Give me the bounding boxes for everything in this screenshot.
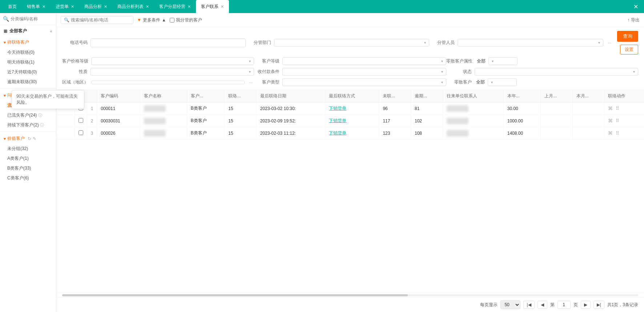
- action-more-icon-2[interactable]: ⠿: [616, 130, 619, 136]
- horizontal-scrollbar[interactable]: [56, 293, 644, 297]
- sidebar-search-input[interactable]: [11, 16, 56, 21]
- sidebar-collapse-btn[interactable]: «: [50, 29, 52, 34]
- person-more-btn[interactable]: ···: [606, 40, 613, 45]
- prev-page-btn[interactable]: ◀: [538, 301, 547, 309]
- filter-customer-type-label: 客户类型: [254, 79, 279, 85]
- filter-zero-retail-attr-select[interactable]: ▾: [488, 57, 518, 65]
- sidebar-group-value-title[interactable]: ▾ 价值客户 ↻ ✎: [0, 133, 56, 144]
- sidebar-item-7days-pending[interactable]: 近7天待联络(0): [0, 67, 56, 77]
- close-window-button[interactable]: ✕: [631, 3, 641, 10]
- edit-icon[interactable]: ✎: [33, 136, 36, 141]
- contact-col-header[interactable]: 联络...: [225, 90, 257, 102]
- this-year-col-header[interactable]: 本年...: [503, 90, 541, 102]
- not-contacted-col-header[interactable]: 未联...: [379, 90, 411, 102]
- last-contact-method-col-header[interactable]: 最后联络方式: [325, 90, 379, 102]
- sidebar-root-label: 全部客户: [9, 28, 27, 34]
- close-customer-segment-tab[interactable]: ✕: [188, 4, 191, 9]
- action-more-icon-1[interactable]: ⠿: [616, 118, 619, 123]
- close-sales-tab[interactable]: ✕: [42, 4, 45, 9]
- query-button[interactable]: 查询: [617, 31, 638, 42]
- close-product-analysis-tab[interactable]: ✕: [104, 4, 107, 9]
- sidebar-item-class-b[interactable]: B类客户(33): [0, 163, 56, 173]
- filter-status-select[interactable]: ▾: [475, 68, 638, 76]
- sidebar-item-churned[interactable]: 已流失客户(24) ⓘ: [0, 110, 56, 120]
- last-page-btn[interactable]: ▶|: [593, 301, 604, 309]
- zero-retail-attr-dropdown-icon: ▾: [492, 59, 494, 63]
- filter-price-grade-select[interactable]: ▾: [91, 57, 254, 65]
- filter-customer-grade-select[interactable]: ▾: [282, 57, 446, 65]
- row-checkbox-2[interactable]: [75, 127, 87, 139]
- name-col-header[interactable]: 客户名称: [140, 90, 187, 102]
- overdue-col-header[interactable]: 逾期...: [411, 90, 443, 102]
- filter-payment-select[interactable]: ▾: [282, 68, 446, 76]
- per-page-select[interactable]: 50 100 200: [500, 300, 520, 309]
- export-icon: ↑: [627, 17, 629, 23]
- tab-product-analysis[interactable]: 商品分析 ✕: [79, 0, 112, 13]
- my-customers-check[interactable]: [170, 18, 174, 23]
- tab-home[interactable]: 首页: [3, 0, 22, 13]
- filter-customer-grade-label: 客户等级: [254, 58, 279, 64]
- refresh-icon[interactable]: ↻: [28, 136, 31, 141]
- filter-phone-input[interactable]: [90, 39, 246, 47]
- region-more-btn[interactable]: ···: [247, 80, 254, 85]
- row-last-contact-date-2: 2023-02-03 11:12:: [256, 127, 325, 139]
- sidebar-item-class-c[interactable]: C类客户(6): [0, 173, 56, 183]
- tab-sales[interactable]: 销售单 ✕: [22, 0, 51, 13]
- last-contact-date-col-header[interactable]: 最后联络日期: [256, 90, 325, 102]
- tab-purchase[interactable]: 进货单 ✕: [51, 0, 79, 13]
- next-page-btn[interactable]: ▶: [581, 301, 591, 309]
- export-btn[interactable]: ↑ 导出: [627, 17, 640, 23]
- filter-price-grade-field: 客户价格等级 ▾: [62, 57, 254, 65]
- row-last-contact-method-2[interactable]: 下销货单: [325, 127, 379, 139]
- close-product-analysis-list-tab[interactable]: ✕: [146, 4, 149, 9]
- row-contact-2: 15: [225, 127, 257, 139]
- filter-customer-type-field: 客户类型 ▾: [254, 78, 446, 86]
- sidebar-item-class-a[interactable]: A类客户(1): [0, 154, 56, 163]
- row-last-contact-method-1[interactable]: 下销货单: [325, 115, 379, 127]
- first-page-btn[interactable]: |◀: [523, 301, 534, 309]
- close-customer-contact-tab[interactable]: ✕: [221, 4, 224, 9]
- filter-gender-select[interactable]: ▾: [90, 68, 254, 76]
- tab-customer-contact[interactable]: 客户联系 ✕: [196, 0, 229, 13]
- unit-contact-col-header[interactable]: 往来单位联系人: [443, 90, 503, 102]
- code-col-header[interactable]: 客户编码: [97, 90, 140, 102]
- row-last-contact-date-1: 2023-02-09 19:52:: [256, 115, 325, 127]
- type-col-header[interactable]: 客户...: [187, 90, 225, 102]
- row-checkbox-1[interactable]: [75, 115, 87, 127]
- filter-dept-label: 分管部门: [246, 40, 271, 46]
- row-last-contact-method-0[interactable]: 下销货单: [325, 102, 379, 115]
- this-month-col-header[interactable]: 本月...: [572, 90, 604, 102]
- sidebar-group-pending-title[interactable]: ▾ 待联络客户: [0, 37, 56, 48]
- settings-button[interactable]: 设置: [620, 45, 638, 54]
- filter-phone-field: 电话号码: [62, 39, 246, 47]
- action-contact-icon-1[interactable]: ⌘: [608, 118, 613, 123]
- filter-person-select[interactable]: ▾: [458, 39, 603, 46]
- tab-product-analysis-list[interactable]: 商品分析列表 ✕: [112, 0, 154, 13]
- filter-customer-type-select[interactable]: ▾: [282, 78, 446, 86]
- close-purchase-tab[interactable]: ✕: [71, 4, 74, 9]
- last-month-col-header[interactable]: 上月...: [541, 90, 573, 102]
- my-customers-checkbox[interactable]: 我分管的客户: [170, 17, 202, 23]
- filter-region-select[interactable]: [91, 81, 245, 84]
- sidebar-item-today-pending[interactable]: 今天待联络(0): [0, 48, 56, 57]
- page-number-input[interactable]: [558, 301, 571, 309]
- row-unit-contact-0: blurred2: [443, 102, 503, 115]
- scrollbar-thumb[interactable]: [62, 294, 408, 296]
- arrow-down-icon-2: ▾: [4, 93, 6, 98]
- action-contact-icon-2[interactable]: ⌘: [608, 130, 613, 136]
- pagination: 每页显示 50 100 200 |◀ ◀ 第 页 ▶ ▶| 共1页，3条记录: [56, 297, 644, 312]
- action-more-icon-0[interactable]: ⠿: [616, 106, 619, 111]
- filter-zero-retail-select[interactable]: ▾: [488, 78, 517, 86]
- more-conditions-btn[interactable]: ▼ 更多条件 ▲: [137, 17, 166, 23]
- sidebar-item-overdue-contact[interactable]: 逾期未联络(30): [0, 77, 56, 87]
- sidebar-item-declining[interactable]: 持续下滑客户(2) ⓘ: [0, 120, 56, 130]
- action-contact-icon-0[interactable]: ⌘: [608, 106, 613, 111]
- sidebar-item-tomorrow-pending[interactable]: 明天待联络(1): [0, 57, 56, 67]
- tab-customer-segment[interactable]: 客户分层经营 ✕: [154, 0, 196, 13]
- filter-payment-field: 收付款条件 ▾: [254, 68, 446, 76]
- row-this-year-0: 30.00: [503, 102, 541, 115]
- filter-dept-select[interactable]: ▾: [274, 39, 429, 46]
- filter-phone-label: 电话号码: [62, 40, 88, 46]
- sidebar-item-unclassified[interactable]: 未分组(32): [0, 144, 56, 154]
- search-input[interactable]: [71, 17, 125, 23]
